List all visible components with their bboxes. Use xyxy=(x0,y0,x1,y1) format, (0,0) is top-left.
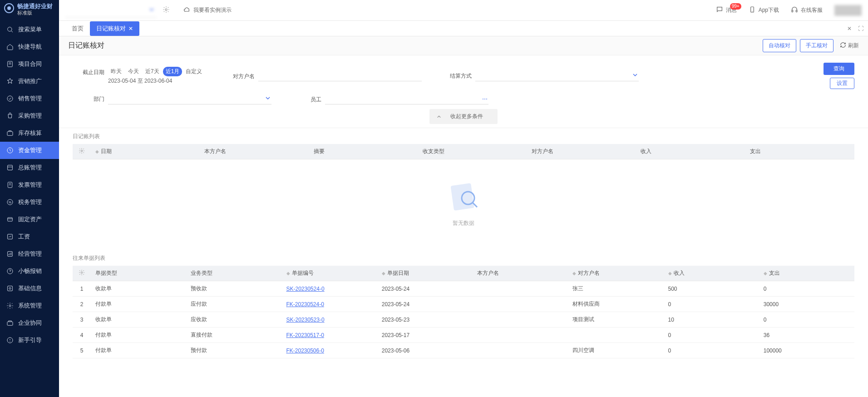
sidebar-item-8[interactable]: 总账管理 xyxy=(0,159,59,176)
avatar[interactable] xyxy=(834,5,862,16)
journal-column[interactable]: 本方户名 xyxy=(200,144,309,159)
sidebar-item-12[interactable]: 工资 xyxy=(0,228,59,245)
svg-line-3 xyxy=(11,31,13,32)
nav-icon xyxy=(6,319,14,327)
sidebar-item-6[interactable]: 库存核算 xyxy=(0,124,59,142)
arap-column[interactable]: ◆支出 xyxy=(759,266,854,281)
doc-link[interactable]: FK-20230517-0 xyxy=(286,332,324,338)
journal-column[interactable]: 收入 xyxy=(636,144,745,159)
manual-reconcile-button[interactable]: 手工核对 xyxy=(800,39,833,52)
arap-column[interactable]: ◆对方户名 xyxy=(568,266,663,281)
customer-service[interactable]: 在线客服 xyxy=(791,6,823,15)
nav-icon xyxy=(6,26,14,33)
journal-column[interactable]: 收支类型 xyxy=(418,144,527,159)
arap-section: 往来单据列表 单据类型业务类型◆单据编号◆单据日期本方户名◆对方户名◆收入◆支出… xyxy=(59,250,868,363)
journal-column[interactable]: ◆日期 xyxy=(91,144,200,159)
org-selector[interactable] xyxy=(65,3,156,18)
gear-column[interactable] xyxy=(73,144,91,159)
arap-column[interactable]: 业务类型 xyxy=(186,266,281,281)
sidebar-item-label: 企业协同 xyxy=(18,319,42,327)
sidebar-item-13[interactable]: 经营管理 xyxy=(0,245,59,263)
doc-link[interactable]: FK-20230506-0 xyxy=(286,347,324,354)
settings-button[interactable]: 设置 xyxy=(830,78,854,89)
close-icon[interactable]: ✕ xyxy=(845,24,853,34)
app-download[interactable]: App下载 xyxy=(749,6,779,15)
ellipsis-icon: ⋯ xyxy=(482,96,488,102)
sidebar-item-0[interactable]: 搜索菜单 xyxy=(0,21,59,38)
sidebar-item-18[interactable]: 新手引导 xyxy=(0,332,59,349)
date-option-2[interactable]: 近7天 xyxy=(143,67,162,76)
journal-column[interactable]: 摘要 xyxy=(309,144,418,159)
settlement-select[interactable] xyxy=(475,70,639,81)
employee-select[interactable]: ⋯ xyxy=(325,94,488,104)
date-option-4[interactable]: 自定义 xyxy=(183,67,205,76)
demo-link[interactable]: 我要看实例演示 xyxy=(183,6,232,15)
svg-point-1 xyxy=(7,6,11,10)
sidebar-item-11[interactable]: 固定资产 xyxy=(0,211,59,228)
nav-icon xyxy=(6,78,14,85)
journal-column[interactable]: 对方户名 xyxy=(527,144,636,159)
sidebar-item-label: 小畅报销 xyxy=(18,267,42,275)
sidebar-item-1[interactable]: 快捷导航 xyxy=(0,38,59,55)
tab-0[interactable]: 首页 xyxy=(65,21,90,36)
arap-column[interactable]: 本方户名 xyxy=(473,266,568,281)
sidebar-item-16[interactable]: 系统管理 xyxy=(0,297,59,314)
sidebar-item-3[interactable]: 营销推广 xyxy=(0,73,59,90)
sidebar-item-label: 工资 xyxy=(18,233,30,241)
date-option-1[interactable]: 今天 xyxy=(125,67,142,76)
arap-column[interactable]: ◆收入 xyxy=(664,266,759,281)
department-select[interactable] xyxy=(108,94,271,104)
refresh-button[interactable]: 刷新 xyxy=(840,42,859,50)
counterparty-input[interactable] xyxy=(258,71,422,81)
nav-icon xyxy=(6,129,14,137)
table-row: 3收款单应收款SK-20230523-02023-05-23项目测试100 xyxy=(73,312,854,328)
sidebar-item-2[interactable]: 项目合同 xyxy=(0,55,59,73)
tabbar: 首页日记账核对✕ ✕ ⛶ xyxy=(59,21,868,36)
sidebar-item-4[interactable]: 销售管理 xyxy=(0,90,59,107)
messages[interactable]: 消息 99+ xyxy=(716,6,737,15)
sidebar-item-7[interactable]: 资金管理 xyxy=(0,142,59,159)
nav-icon xyxy=(6,337,14,344)
cloud-icon xyxy=(183,6,191,15)
sidebar-item-5[interactable]: 采购管理 xyxy=(0,107,59,124)
collapse-more-button[interactable]: 收起更多条件 xyxy=(429,109,498,124)
auto-reconcile-button[interactable]: 自动核对 xyxy=(763,39,796,52)
doc-link[interactable]: SK-20230524-0 xyxy=(286,286,325,292)
arap-column[interactable]: 单据类型 xyxy=(91,266,186,281)
sidebar-item-label: 总账管理 xyxy=(18,164,42,172)
sidebar-item-17[interactable]: 企业协同 xyxy=(0,314,59,332)
main: 我要看实例演示 消息 99+ App下载 在线客服 xyxy=(59,0,868,397)
logo-icon xyxy=(4,3,15,14)
doc-link[interactable]: SK-20230523-0 xyxy=(286,317,325,323)
messages-badge: 99+ xyxy=(730,3,741,10)
sidebar-item-label: 销售管理 xyxy=(18,94,42,103)
svg-point-2 xyxy=(8,27,12,31)
chevron-up-icon xyxy=(437,114,441,119)
expand-icon[interactable]: ⛶ xyxy=(856,24,865,34)
journal-column[interactable]: 支出 xyxy=(745,144,854,159)
nav-icon xyxy=(6,233,14,240)
arap-column[interactable]: ◆单据编号 xyxy=(282,266,377,281)
chevron-down-icon xyxy=(265,95,271,102)
sidebar-item-9[interactable]: 发票管理 xyxy=(0,176,59,194)
gear-icon[interactable] xyxy=(163,6,170,15)
tab-close-icon[interactable]: ✕ xyxy=(128,25,133,32)
arap-column[interactable]: ◆单据日期 xyxy=(377,266,473,281)
svg-rect-25 xyxy=(8,286,13,291)
gear-column[interactable] xyxy=(73,266,91,281)
nav-icon xyxy=(6,112,14,119)
tab-1[interactable]: 日记账核对✕ xyxy=(90,21,139,36)
sidebar-item-14[interactable]: 小畅报销 xyxy=(0,263,59,280)
nav-icon xyxy=(6,164,14,171)
date-option-3[interactable]: 近1月 xyxy=(163,67,182,76)
svg-rect-8 xyxy=(7,132,13,136)
sidebar-item-label: 税务管理 xyxy=(18,198,42,206)
doc-link[interactable]: FK-20230524-0 xyxy=(286,301,324,308)
sidebar-item-10[interactable]: %税务管理 xyxy=(0,194,59,211)
query-button[interactable]: 查询 xyxy=(824,63,854,75)
sidebar-item-15[interactable]: 基础信息 xyxy=(0,280,59,297)
department-label: 部门 xyxy=(73,94,104,103)
message-icon xyxy=(716,6,723,15)
date-option-0[interactable]: 昨天 xyxy=(108,67,124,76)
sidebar-item-label: 搜索菜单 xyxy=(18,25,42,34)
